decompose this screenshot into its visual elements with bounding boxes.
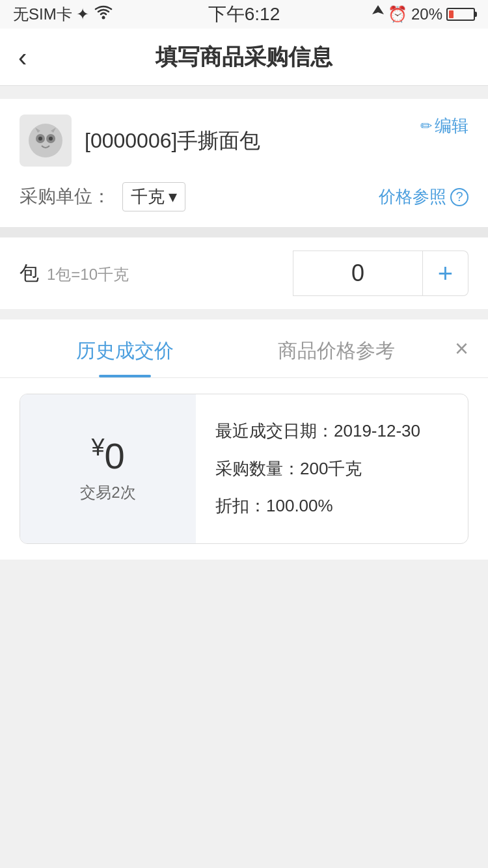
page-title: 填写商品采购信息 xyxy=(156,42,332,72)
purchase-row: 采购单位： 千克 ▾ 价格参照 ? xyxy=(20,182,468,211)
quantity-label-block: 包 1包=10千克 xyxy=(20,260,129,287)
price-ref-button[interactable]: 价格参照 ? xyxy=(379,185,468,208)
recent-date-row: 最近成交日期：2019-12-30 xyxy=(215,418,448,445)
trade-count: 交易2次 xyxy=(80,482,135,503)
currency-symbol: ¥ xyxy=(91,434,104,461)
purchase-qty-row: 采购数量：200千克 xyxy=(215,455,448,483)
recent-date-value: 2019-12-30 xyxy=(334,421,420,441)
price-value: 0 xyxy=(104,435,124,476)
status-time: 下午6:12 xyxy=(208,2,280,27)
purchase-unit-block: 采购单位： 千克 ▾ xyxy=(20,182,185,211)
edit-label: 编辑 xyxy=(435,115,468,137)
battery-percent-text: 20% xyxy=(411,5,442,23)
product-name: [0000006]手撕面包 xyxy=(85,126,260,156)
purchase-unit-value: 千克 xyxy=(131,185,165,208)
purchase-qty-value: 200千克 xyxy=(300,459,362,478)
tab-product-price-ref[interactable]: 商品价格参考 xyxy=(230,319,441,377)
alarm-icon: ⏰ xyxy=(388,5,407,23)
quantity-unit: 包 xyxy=(20,260,39,287)
section-divider xyxy=(0,227,488,237)
carrier-text: 无SIM卡 ✦ xyxy=(13,4,89,25)
quantity-conversion: 1包=10千克 xyxy=(47,264,129,285)
quantity-input[interactable] xyxy=(293,251,423,296)
location-icon xyxy=(372,5,384,23)
status-left: 无SIM卡 ✦ xyxy=(13,4,113,25)
tab-history-price-label: 历史成交价 xyxy=(76,340,174,361)
svg-point-0 xyxy=(102,16,105,20)
svg-point-1 xyxy=(29,124,62,157)
wifi-icon xyxy=(94,5,113,23)
price-right-block: 最近成交日期：2019-12-30 采购数量：200千克 折扣：100.00% xyxy=(196,394,468,543)
price-panel: ¥0 交易2次 最近成交日期：2019-12-30 采购数量：200千克 折扣：… xyxy=(0,378,488,560)
discount-label: 折扣： xyxy=(215,496,266,515)
edit-button[interactable]: ✏ 编辑 xyxy=(420,115,468,137)
tab-product-price-ref-label: 商品价格参考 xyxy=(278,340,395,361)
price-ref-label: 价格参照 xyxy=(379,185,446,208)
tabs-container: 历史成交价 商品价格参考 × xyxy=(0,319,488,378)
product-thumbnail xyxy=(20,115,72,167)
help-icon: ? xyxy=(450,188,468,206)
discount-row: 折扣：100.00% xyxy=(215,493,448,520)
quantity-plus-button[interactable]: + xyxy=(423,251,468,296)
price-left-block: ¥0 交易2次 xyxy=(20,394,196,543)
status-right: ⏰ 20% xyxy=(372,5,475,23)
product-card: [0000006]手撕面包 ✏ 编辑 采购单位： 千克 ▾ 价格参照 ? xyxy=(0,99,488,227)
edit-icon: ✏ xyxy=(420,118,432,135)
svg-point-4 xyxy=(38,137,42,141)
chevron-down-icon: ▾ xyxy=(169,187,177,207)
discount-value: 100.00% xyxy=(266,496,333,515)
product-left: [0000006]手撕面包 xyxy=(20,115,260,167)
quantity-row: 包 1包=10千克 + xyxy=(0,237,488,309)
recent-date-label: 最近成交日期： xyxy=(215,421,334,441)
status-bar: 无SIM卡 ✦ 下午6:12 ⏰ 20% xyxy=(0,0,488,29)
tab-history-price[interactable]: 历史成交价 xyxy=(20,319,230,377)
svg-point-5 xyxy=(49,137,53,141)
tab-close-button[interactable]: × xyxy=(442,329,468,369)
product-header: [0000006]手撕面包 ✏ 编辑 xyxy=(20,115,468,167)
quantity-input-block: + xyxy=(293,251,468,296)
nav-bar: ‹ 填写商品采购信息 xyxy=(0,29,488,86)
price-amount: ¥0 xyxy=(91,435,124,476)
back-button[interactable]: ‹ xyxy=(18,44,27,70)
price-card: ¥0 交易2次 最近成交日期：2019-12-30 采购数量：200千克 折扣：… xyxy=(20,394,468,544)
purchase-unit-label: 采购单位： xyxy=(20,186,111,206)
bottom-space xyxy=(0,560,488,868)
battery-icon xyxy=(446,8,475,21)
purchase-unit-select[interactable]: 千克 ▾ xyxy=(122,182,185,211)
purchase-qty-label: 采购数量： xyxy=(215,459,300,478)
